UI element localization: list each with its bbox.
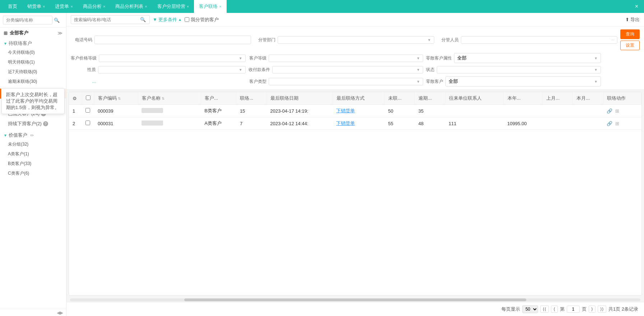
settings-button[interactable]: 设置 — [620, 41, 640, 50]
person-select[interactable]: ··· — [461, 36, 617, 44]
blurred-name-1 — [142, 108, 163, 113]
close-icon[interactable]: × — [219, 4, 221, 9]
collapse-icon[interactable]: ≫ — [57, 30, 62, 36]
action-icon-4[interactable]: ⊞ — [615, 121, 619, 126]
action-icon-2[interactable]: ⊞ — [615, 108, 619, 114]
customer-level-select[interactable]: ▼ — [269, 55, 423, 62]
edit-icon[interactable]: ✏ — [30, 133, 34, 138]
status-label: 状态 — [426, 67, 435, 73]
nav-item-analysis-list[interactable]: 商品分析列表 × — [110, 0, 152, 13]
sidebar-item-class-a[interactable]: A类客户(1) — [0, 149, 66, 159]
sidebar-item-tomorrow[interactable]: 明天待联络(1) — [0, 57, 66, 67]
gender-select[interactable]: ▼ — [98, 66, 246, 74]
sidebar-item-7days[interactable]: 近7天待联络(0) — [0, 67, 66, 77]
scroll-left-icon[interactable]: ◀ — [57, 310, 60, 315]
type-label: 客户类型 — [249, 79, 267, 85]
sidebar-group-value: ▼ 价值客户 ✏ 未分组(32) A类客户(1) B类客户(33) C类客户(6… — [0, 130, 66, 178]
close-icon[interactable]: × — [103, 4, 105, 9]
search-icon-2[interactable]: 🔍 — [140, 17, 146, 22]
caret-down-icon: ▼ — [427, 38, 431, 42]
retail-attr-select[interactable]: 全部 ▼ — [454, 53, 601, 63]
prev-page-btn[interactable]: ⟨ — [551, 306, 558, 313]
action-icon-1[interactable]: 🔗 — [607, 108, 612, 114]
nav-item-analysis[interactable]: 商品分析 × — [78, 0, 110, 13]
cell-last-method-2[interactable]: 下销货单 — [333, 117, 384, 130]
close-icon[interactable]: × — [187, 4, 189, 9]
sidebar-item-ungrouped[interactable]: 未分组(32) — [0, 140, 66, 149]
row-1-checkbox[interactable] — [85, 108, 90, 113]
nav-item-customer-tier[interactable]: 客户分层经营 × — [152, 0, 194, 13]
ellipsis-icon: ··· — [611, 38, 614, 42]
nav-item-purchase[interactable]: 进货单 × — [50, 0, 78, 13]
total-label: 共1页 2条记录 — [608, 306, 638, 312]
dept-select[interactable]: ▼ — [278, 36, 434, 44]
pay-select[interactable]: ▼ — [272, 66, 423, 74]
price-level-label: 客户价格等级 — [71, 55, 97, 61]
sidebar-item-class-b[interactable]: B类客户(33) — [0, 159, 66, 169]
page-number-input[interactable] — [567, 306, 580, 313]
per-page-label: 每页显示 — [501, 306, 520, 312]
caret-icon-7: ▼ — [594, 68, 598, 72]
phone-input[interactable] — [94, 36, 251, 44]
last-page-btn[interactable]: ⟩⟩ — [598, 306, 606, 313]
caret-icon-8: ▼ — [416, 80, 420, 84]
sidebar-group-label-value[interactable]: ▼ 价值客户 ✏ — [0, 130, 66, 140]
sort-icon-2[interactable]: ⇅ — [162, 96, 165, 100]
filter-row-3: 性质 ▼ 收付款条件 ▼ 状态 — [71, 66, 640, 74]
filter-search-input[interactable] — [74, 17, 139, 22]
query-button[interactable]: 查询 — [620, 29, 640, 39]
sidebar-item-today[interactable]: 今天待联络(0) — [0, 48, 66, 57]
more-conditions-btn[interactable]: ▼ 更多条件 ▲ — [153, 16, 182, 23]
sidebar-bottom-nav: ◀ ▶ — [0, 309, 66, 316]
close-icon[interactable]: × — [145, 4, 147, 9]
col-checkbox — [82, 92, 94, 105]
nav-item-home[interactable]: 首页 — [3, 0, 22, 13]
cell-seq-1: 1 — [69, 105, 82, 117]
col-overdue: 逾期... — [415, 92, 445, 105]
type-select[interactable]: ▼ — [269, 78, 423, 85]
next-page-btn[interactable]: ⟩ — [589, 306, 596, 313]
table-container: ⚙ 客户编码⇅ 客户名称⇅ 客户... 联络... 最后联络日期 最后联络方式 … — [69, 92, 642, 296]
close-icon[interactable]: × — [43, 4, 45, 9]
close-all-button[interactable]: × — [632, 3, 641, 10]
cell-contact-1: 15 — [236, 105, 267, 117]
nav-item-sales[interactable]: 销货单 × — [22, 0, 50, 13]
col-last-date: 最后联络日期 — [267, 92, 333, 105]
sidebar-section-title[interactable]: ⊞ 全部客户 ≫ — [0, 28, 66, 38]
close-icon[interactable]: × — [70, 4, 73, 9]
customer-table: ⚙ 客户编码⇅ 客户名称⇅ 客户... 联络... 最后联络日期 最后联络方式 … — [69, 92, 641, 130]
cell-last-date-1: 2023-04-17 14:19: — [267, 105, 333, 117]
cell-this-month-1 — [573, 105, 603, 117]
nav-item-customer-contact[interactable]: 客户联络 × — [194, 0, 226, 13]
scrollbar-thumb[interactable] — [184, 298, 527, 301]
cell-last-method-1[interactable]: 下销货单 — [333, 105, 384, 117]
cell-last-date-2: 2023-04-12 14:44: — [267, 117, 333, 130]
search-icon[interactable]: 🔍 — [54, 18, 60, 23]
status-select[interactable]: ▼ — [437, 66, 601, 74]
sort-icon[interactable]: ⇅ — [118, 96, 121, 100]
export-button[interactable]: ⬆ 导出 — [625, 16, 640, 23]
row-2-checkbox[interactable] — [85, 121, 90, 125]
cell-no-contact-1: 50 — [384, 105, 414, 117]
col-settings[interactable]: ⚙ — [69, 92, 82, 105]
cell-seq-2: 2 — [69, 117, 82, 130]
sidebar-item-class-c[interactable]: C类客户(6) — [0, 169, 66, 178]
sidebar-search-input[interactable] — [3, 16, 52, 24]
filter-row-2: 客户价格等级 ▼ 客户等级 ▼ 零散客户属性 全部 — [71, 53, 640, 63]
scrollbar-track[interactable] — [70, 298, 640, 301]
sidebar-group-label-pending[interactable]: ▼ 待联络客户 — [0, 38, 66, 48]
action-icon-3[interactable]: 🔗 — [607, 121, 612, 126]
my-customer-checkbox[interactable] — [185, 17, 189, 22]
sidebar-item-declining[interactable]: 持续下滑客户(2) ? — [0, 119, 66, 129]
filter-icon: ▼ — [153, 17, 157, 22]
retail-select[interactable]: 全部 ▼ — [445, 76, 601, 86]
caret-icon-2: ▼ — [239, 56, 242, 60]
pay-label: 收付款条件 — [249, 67, 270, 73]
scroll-right-icon[interactable]: ▶ — [60, 310, 63, 315]
select-all-checkbox[interactable] — [86, 95, 91, 100]
cell-year-2: 10995.00 — [504, 117, 542, 130]
per-page-select[interactable]: 50 — [522, 305, 538, 313]
sidebar-item-overdue[interactable]: 逾期未联络(30) — [0, 77, 66, 86]
first-page-btn[interactable]: ⟨⟨ — [540, 306, 549, 313]
price-level-select[interactable]: ▼ — [99, 55, 246, 62]
